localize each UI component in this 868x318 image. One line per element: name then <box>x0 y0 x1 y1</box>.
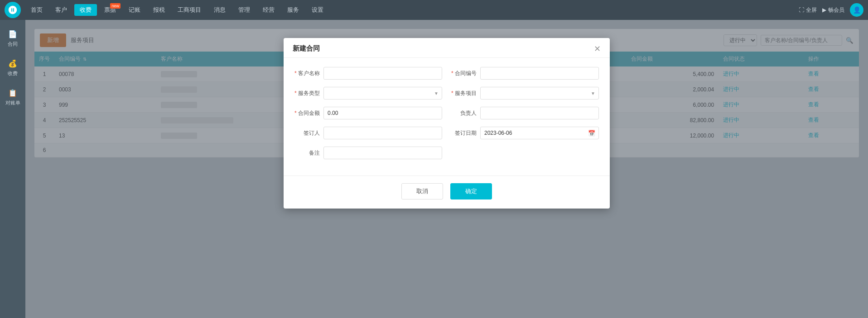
sidebar: 📄 合同 💰 收费 📋 对账单 <box>0 20 25 318</box>
main-layout: 📄 合同 💰 收费 📋 对账单 新增 服务项目 进行中 已完成 已终止 <box>0 20 868 318</box>
form-row-4: 签订人 签订日期 📅 <box>294 127 599 139</box>
new-contract-dialog: 新建合同 ✕ 客户名称 合同编号 <box>284 38 610 209</box>
sign-date-input[interactable] <box>480 127 599 139</box>
nav-items: 首页 客户 收费 票据 new 记账 报税 工商项目 消息 管理 经营 服务 设… <box>25 4 799 16</box>
form-row-3: 合同金额 负责人 <box>294 107 599 119</box>
field-person-in-charge: 负责人 <box>451 107 599 119</box>
person-in-charge-label: 负责人 <box>451 109 477 117</box>
field-remarks: 备注 <box>294 147 442 159</box>
field-signer: 签订人 <box>294 127 442 139</box>
nav-bookkeeping[interactable]: 记账 <box>123 4 146 16</box>
field-customer-name: 客户名称 <box>294 67 442 80</box>
contract-no-label: 合同编号 <box>451 70 477 77</box>
fees-icon: 💰 <box>8 58 18 68</box>
contract-no-input[interactable] <box>480 67 599 80</box>
dialog-close-button[interactable]: ✕ <box>594 45 601 53</box>
dialog-body: 客户名称 合同编号 服务类型 <box>284 58 610 176</box>
content-area: 新增 服务项目 进行中 已完成 已终止 🔍 序号 合同编 <box>25 20 868 318</box>
sidebar-item-fees[interactable]: 💰 收费 <box>0 54 25 81</box>
contract-amount-label: 合同金额 <box>294 109 320 117</box>
service-type-label: 服务类型 <box>294 90 320 97</box>
member-label: 畅会员 <box>828 6 844 14</box>
sidebar-item-reconciliation-label: 对账单 <box>5 100 20 106</box>
sidebar-item-reconciliation[interactable]: 📋 对账单 <box>0 83 25 111</box>
member-icon: ▶ <box>822 7 826 13</box>
remarks-input[interactable] <box>323 147 442 159</box>
nav-operations[interactable]: 经营 <box>257 4 280 16</box>
member-button[interactable]: ▶ 畅会员 <box>822 6 844 14</box>
field-sign-date: 签订日期 📅 <box>451 127 599 139</box>
modal-overlay: 新建合同 ✕ 客户名称 合同编号 <box>25 20 868 318</box>
nav-admin[interactable]: 管理 <box>233 4 256 16</box>
service-item-select[interactable] <box>480 87 599 100</box>
logo[interactable] <box>5 2 21 18</box>
field-contract-no: 合同编号 <box>451 67 599 80</box>
form-row-2: 服务类型 ▼ 服务项目 ▼ <box>294 87 599 100</box>
sign-date-label: 签订日期 <box>451 129 477 137</box>
cancel-button[interactable]: 取消 <box>401 183 443 199</box>
service-item-wrap: ▼ <box>480 87 599 100</box>
signer-label: 签订人 <box>294 129 320 137</box>
confirm-button[interactable]: 确定 <box>450 183 492 199</box>
service-type-select[interactable] <box>323 87 442 100</box>
service-item-field-label: 服务项目 <box>451 90 477 97</box>
top-nav-right: ⛶ 全屏 ▶ 畅会员 👤 <box>799 3 863 17</box>
field-contract-amount: 合同金额 <box>294 107 442 119</box>
reconciliation-icon: 📋 <box>8 88 18 98</box>
sidebar-item-contract[interactable]: 📄 合同 <box>0 24 25 52</box>
remarks-label: 备注 <box>294 149 320 157</box>
dialog-header: 新建合同 ✕ <box>284 38 610 58</box>
nav-tax[interactable]: 报税 <box>148 4 170 16</box>
field-service-type: 服务类型 ▼ <box>294 87 442 100</box>
form-row-1: 客户名称 合同编号 <box>294 67 599 80</box>
nav-messages[interactable]: 消息 <box>208 4 231 16</box>
sidebar-item-fees-label: 收费 <box>8 70 18 77</box>
user-avatar[interactable]: 👤 <box>850 3 863 17</box>
service-type-wrap: ▼ <box>323 87 442 100</box>
person-in-charge-input[interactable] <box>480 107 599 119</box>
top-nav: 首页 客户 收费 票据 new 记账 报税 工商项目 消息 管理 经营 服务 设… <box>0 0 868 20</box>
fullscreen-icon: ⛶ <box>799 7 804 13</box>
customer-name-input[interactable] <box>323 67 442 80</box>
fullscreen-label: 全屏 <box>806 6 817 14</box>
dialog-title: 新建合同 <box>293 44 320 53</box>
form-row-5: 备注 <box>294 147 599 159</box>
sign-date-wrap: 📅 <box>480 127 599 139</box>
fullscreen-button[interactable]: ⛶ 全屏 <box>799 6 817 14</box>
nav-bills[interactable]: 票据 new <box>99 4 121 16</box>
contract-amount-input[interactable] <box>323 107 442 119</box>
nav-settings[interactable]: 设置 <box>306 4 329 16</box>
new-badge: new <box>110 3 121 9</box>
nav-fees[interactable]: 收费 <box>74 4 97 16</box>
nav-customer[interactable]: 客户 <box>50 4 72 16</box>
sidebar-item-contract-label: 合同 <box>8 41 18 47</box>
signer-input[interactable] <box>323 127 442 139</box>
nav-home[interactable]: 首页 <box>25 4 48 16</box>
nav-services[interactable]: 服务 <box>282 4 304 16</box>
field-service-item: 服务项目 ▼ <box>451 87 599 100</box>
nav-business[interactable]: 工商项目 <box>172 4 207 16</box>
contract-icon: 📄 <box>8 29 18 39</box>
dialog-footer: 取消 确定 <box>284 176 610 209</box>
customer-name-label: 客户名称 <box>294 70 320 77</box>
